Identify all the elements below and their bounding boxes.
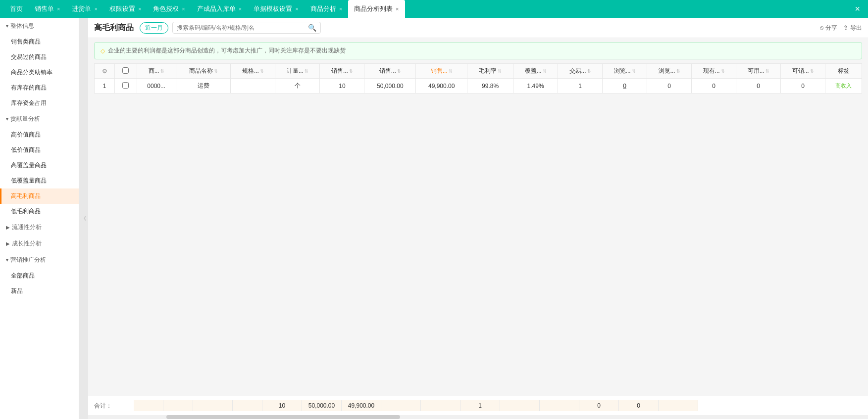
content-area: 高毛利商品 近一月 🔍 ⎋ 分享 ⇪ 导出 ◇ 企业的主要的利润都是这部分商品创…	[88, 18, 868, 419]
horizontal-scrollbar[interactable]	[88, 415, 868, 419]
chevron-right-icon: ▶	[6, 225, 10, 230]
col-sales-cost-header[interactable]: 销售...⇅	[416, 64, 467, 79]
sidebar-item-high-margin[interactable]: 高毛利商品	[0, 188, 79, 204]
close-template-tab[interactable]: ×	[295, 6, 298, 12]
col-available-header[interactable]: 可用...⇅	[736, 64, 781, 79]
header-actions: ⎋ 分享 ⇪ 导出	[820, 24, 862, 32]
col-sales-amount-header[interactable]: 销售...⇅	[364, 64, 416, 79]
sidebar-item-stock-capital[interactable]: 库存资金占用	[0, 95, 79, 111]
cell-available: 0	[736, 79, 781, 93]
close-product-analysis-tab[interactable]: ×	[339, 6, 342, 12]
chevron-left-icon: 《	[81, 215, 86, 222]
col-browse1-header[interactable]: 浏览...⇅	[603, 64, 647, 79]
footer-cell-empty4	[233, 400, 262, 411]
sidebar-item-new-goods[interactable]: 新品	[0, 283, 79, 299]
col-settings-header[interactable]: ⚙	[95, 64, 115, 79]
nav-home[interactable]: 首页	[4, 0, 29, 18]
sidebar-group-liquidity[interactable]: ▶ 流通性分析	[0, 219, 79, 235]
sort-icon: ⇅	[160, 69, 164, 74]
nav-product-warehouse[interactable]: 产成品入库单 ×	[191, 0, 248, 18]
sidebar-group-overall[interactable]: ▾ 整体信息	[0, 18, 79, 34]
nav-template[interactable]: 单据模板设置 ×	[248, 0, 304, 18]
col-sellable-header[interactable]: 可销...⇅	[781, 64, 825, 79]
select-all-checkbox[interactable]	[122, 67, 129, 74]
col-browse2-header[interactable]: 浏览...⇅	[647, 64, 692, 79]
browse1-link[interactable]: 0	[623, 83, 626, 90]
col-gross-margin-header[interactable]: 毛利率⇅	[467, 64, 513, 79]
nav-role[interactable]: 角色授权 ×	[147, 0, 191, 18]
settings-icon[interactable]: ⚙	[102, 68, 107, 75]
sidebar-item-category-rate[interactable]: 商品分类助销率	[0, 65, 79, 80]
sidebar-group-contribution[interactable]: ▾ 贡献量分析	[0, 111, 79, 127]
scrollbar-thumb[interactable]	[166, 415, 401, 419]
export-button[interactable]: ⇪ 导出	[843, 24, 862, 32]
tag-badge: 高收入	[835, 83, 852, 89]
sidebar-item-low-margin[interactable]: 低毛利商品	[0, 204, 79, 219]
sort-icon: ⇅	[543, 69, 547, 74]
search-icon[interactable]: 🔍	[308, 24, 316, 32]
close-purchase-tab[interactable]: ×	[94, 6, 97, 12]
sidebar-item-sales-goods[interactable]: 销售类商品	[0, 34, 79, 49]
sidebar-group-marketing[interactable]: ▾ 营销推广分析	[0, 252, 79, 268]
top-navigation: 首页 销售单 × 进货单 × 权限设置 × 角色授权 × 产成品入库单 × 单据…	[0, 0, 868, 18]
close-all-tabs[interactable]: ×	[851, 4, 864, 14]
sidebar-collapse-button[interactable]: 《	[79, 18, 88, 419]
nav-product-analysis-list[interactable]: 商品分析列表 ×	[348, 0, 405, 18]
sidebar-group-growth[interactable]: ▶ 成长性分析	[0, 235, 79, 252]
sort-icon: ⇅	[305, 69, 308, 74]
chevron-right-icon: ▶	[6, 241, 10, 246]
nav-sales[interactable]: 销售单 ×	[29, 0, 66, 18]
nav-purchase[interactable]: 进货单 ×	[66, 0, 103, 18]
footer-cell-sales-qty: 10	[262, 400, 302, 411]
close-role-tab[interactable]: ×	[182, 6, 185, 12]
main-layout: ▾ 整体信息 销售类商品 交易过的商品 商品分类助销率 有库存的商品 库存资金占…	[0, 18, 868, 419]
col-transaction-header[interactable]: 交易...⇅	[558, 64, 603, 79]
footer-cells: 10 50,000.00 49,900.00 1 0 0	[134, 400, 862, 411]
footer-cell-empty7	[500, 400, 540, 411]
footer-cell-current-stock: 0	[579, 400, 619, 411]
footer-cell-empty5	[381, 400, 421, 411]
sidebar-item-high-coverage[interactable]: 高覆盖量商品	[0, 158, 79, 173]
close-product-warehouse-tab[interactable]: ×	[239, 6, 242, 12]
close-analysis-list-tab[interactable]: ×	[396, 6, 399, 12]
footer-cell-empty9	[659, 400, 698, 411]
nav-permission[interactable]: 权限设置 ×	[103, 0, 147, 18]
col-unit-header[interactable]: 计量...⇅	[275, 64, 320, 79]
col-sales-qty-header[interactable]: 销售...⇅	[320, 64, 364, 79]
close-permission-tab[interactable]: ×	[138, 6, 141, 12]
cell-tag: 高收入	[825, 79, 862, 93]
col-name-header[interactable]: 商品名称⇅	[176, 64, 231, 79]
cell-browse1[interactable]: 0	[603, 79, 647, 93]
sidebar-item-low-value[interactable]: 低价值商品	[0, 142, 79, 158]
row-checkbox[interactable]	[122, 82, 129, 89]
export-icon: ⇪	[843, 24, 848, 31]
footer-cell-available: 0	[619, 400, 659, 411]
cell-sales-amount: 50,000.00	[364, 79, 416, 93]
cell-checkbox[interactable]	[115, 79, 137, 93]
col-code-header[interactable]: 商...⇅	[137, 64, 176, 79]
cell-browse2: 0	[647, 79, 692, 93]
share-button[interactable]: ⎋ 分享	[820, 24, 837, 32]
chevron-down-icon: ▾	[6, 257, 8, 263]
nav-product-analysis[interactable]: 商品分析 ×	[305, 0, 348, 18]
chevron-down-icon: ▾	[6, 23, 8, 29]
footer-cell-empty1	[134, 400, 163, 411]
sidebar-item-low-coverage[interactable]: 低覆盖量商品	[0, 173, 79, 188]
col-spec-header[interactable]: 规格...⇅	[231, 64, 275, 79]
footer-cell-transaction: 1	[460, 400, 500, 411]
table-wrapper[interactable]: ⚙ 商...⇅ 商品名称⇅ 规格...⇅ 计量...⇅ 销售...⇅ 销售...…	[88, 63, 868, 396]
sort-icon: ⇅	[214, 69, 218, 74]
cell-transaction: 1	[558, 79, 603, 93]
sidebar-item-stocked-goods[interactable]: 有库存的商品	[0, 80, 79, 95]
time-filter-button[interactable]: 近一月	[140, 22, 168, 34]
sidebar-item-traded-goods[interactable]: 交易过的商品	[0, 49, 79, 65]
sidebar-item-high-value[interactable]: 高价值商品	[0, 127, 79, 142]
search-input[interactable]	[177, 24, 308, 31]
cell-sellable: 0	[781, 79, 825, 93]
col-coverage-header[interactable]: 覆盖...⇅	[513, 64, 558, 79]
close-sales-tab[interactable]: ×	[57, 6, 60, 12]
page-title: 高毛利商品	[94, 23, 134, 33]
col-current-stock-header[interactable]: 现有...⇅	[692, 64, 736, 79]
sort-icon: ⇅	[260, 69, 264, 74]
sidebar-item-all-goods[interactable]: 全部商品	[0, 268, 79, 283]
